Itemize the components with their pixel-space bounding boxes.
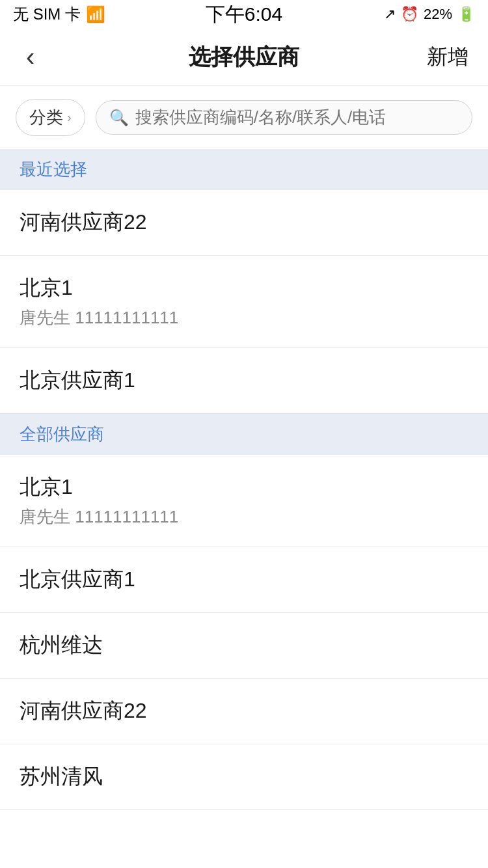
wifi-icon: 📶	[86, 5, 105, 23]
item-sub: 唐先生 11111111111	[20, 506, 468, 528]
battery-icon: 🔋	[457, 6, 475, 23]
list-item[interactable]: 北京供应商1	[0, 547, 488, 613]
item-name: 河南供应商22	[20, 208, 468, 237]
status-bar: 无 SIM 卡 📶 下午6:04 ↗ ⏰ 22% 🔋	[0, 0, 488, 29]
list-item[interactable]: 杭州维达	[0, 613, 488, 679]
list-item[interactable]: 北京供应商1	[0, 348, 488, 414]
category-filter-button[interactable]: 分类 ›	[16, 99, 85, 136]
item-name: 北京1	[20, 473, 468, 502]
sim-label: 无 SIM 卡	[13, 4, 81, 25]
section-header-recent: 最近选择	[0, 149, 488, 190]
nav-bar: ‹ 选择供应商 新增	[0, 29, 488, 86]
list-item[interactable]: 苏州清风	[0, 744, 488, 810]
location-icon: ↗	[384, 6, 396, 23]
search-box[interactable]: 🔍	[96, 100, 472, 135]
item-name: 北京供应商1	[20, 366, 468, 395]
status-time: 下午6:04	[206, 1, 282, 28]
supplier-list: 最近选择河南供应商22北京1唐先生 11111111111北京供应商1全部供应商…	[0, 149, 488, 810]
filter-bar: 分类 › 🔍	[0, 86, 488, 149]
section-header-text-recent: 最近选择	[20, 159, 87, 179]
page-title: 选择供应商	[189, 42, 299, 72]
battery-label: 22%	[424, 6, 452, 23]
status-right: ↗ ⏰ 22% 🔋	[384, 6, 475, 23]
item-name: 北京1	[20, 274, 468, 303]
list-item[interactable]: 北京1唐先生 11111111111	[0, 256, 488, 348]
list-item[interactable]: 河南供应商22	[0, 190, 488, 256]
item-name: 杭州维达	[20, 631, 468, 660]
section-header-text-all: 全部供应商	[20, 424, 104, 444]
search-icon: 🔍	[109, 109, 129, 127]
status-left: 无 SIM 卡 📶	[13, 4, 105, 25]
list-item[interactable]: 河南供应商22	[0, 679, 488, 744]
item-sub: 唐先生 11111111111	[20, 306, 468, 329]
alarm-icon: ⏰	[401, 6, 418, 23]
section-header-all: 全部供应商	[0, 414, 488, 455]
chevron-right-icon: ›	[67, 110, 72, 125]
item-name: 北京供应商1	[20, 565, 468, 594]
category-label: 分类	[29, 106, 63, 129]
search-input[interactable]	[135, 107, 459, 128]
item-name: 苏州清风	[20, 763, 468, 791]
back-button[interactable]: ‹	[20, 36, 41, 78]
list-item[interactable]: 北京1唐先生 11111111111	[0, 455, 488, 547]
add-button[interactable]: 新增	[427, 43, 468, 72]
item-name: 河南供应商22	[20, 697, 468, 726]
